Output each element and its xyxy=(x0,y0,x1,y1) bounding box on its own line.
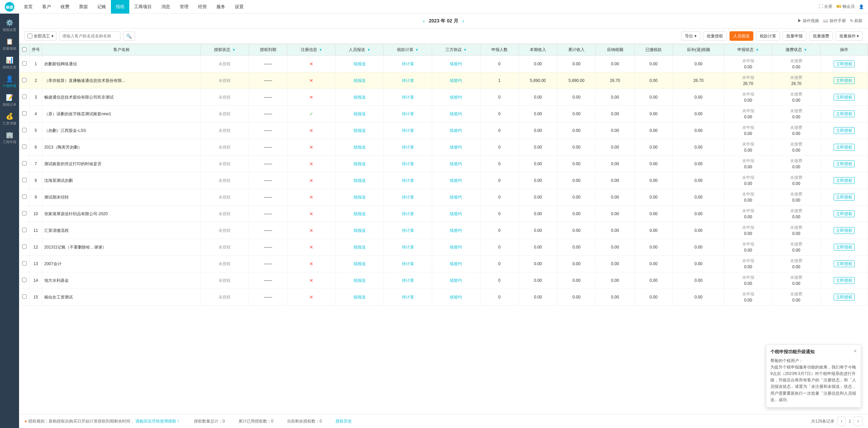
nav-service[interactable]: 服务 xyxy=(212,0,230,14)
operation-manual-btn[interactable]: 📖 操作手册 xyxy=(823,18,846,24)
tax-calc-link[interactable]: 待计算 xyxy=(402,278,414,283)
row-checkbox[interactable] xyxy=(22,111,27,116)
nav-bookkeeping[interactable]: 记账 xyxy=(93,0,111,14)
person-report-link[interactable]: 续报送 xyxy=(354,95,366,100)
three-party-link[interactable]: 续签约 xyxy=(450,128,462,133)
immediate-auth-btn[interactable]: 立即授权 xyxy=(834,227,855,234)
immediate-auth-btn[interactable]: 立即授权 xyxy=(834,294,855,301)
immediate-auth-btn[interactable]: 立即授权 xyxy=(834,244,855,251)
three-party-link[interactable]: 续签约 xyxy=(450,112,462,116)
row-checkbox[interactable] xyxy=(22,294,27,299)
bulk-ops-btn[interactable]: 批量操作 ▾ xyxy=(836,31,863,41)
row-checkbox[interactable] xyxy=(22,211,27,216)
prev-page-btn[interactable]: ‹ xyxy=(837,416,846,426)
three-party-link[interactable]: 续签约 xyxy=(450,261,462,266)
sidebar-item-tax-records[interactable]: 📝 报税记录 xyxy=(0,91,19,110)
nav-home[interactable]: 首页 xyxy=(19,0,37,14)
tax-calc-link[interactable]: 待计算 xyxy=(402,62,414,66)
nav-billing[interactable]: 收费 xyxy=(56,0,74,14)
auth-rule-link[interactable]: 请购买后尽快使用授权！ xyxy=(135,419,180,424)
tax-calc-link[interactable]: 待计算 xyxy=(402,112,414,116)
prev-period-btn[interactable]: ‹ xyxy=(419,18,429,24)
sidebar-item-annual-report[interactable]: 🏢 工商年报 xyxy=(0,129,19,147)
nav-settings[interactable]: 设置 xyxy=(230,0,248,14)
person-report-link[interactable]: 续报送 xyxy=(354,112,366,116)
row-checkbox[interactable] xyxy=(22,128,27,132)
nav-message[interactable]: 消息 xyxy=(157,0,175,14)
three-party-link[interactable]: 续签约 xyxy=(450,211,462,216)
three-party-link[interactable]: 续签约 xyxy=(450,278,462,283)
three-party-link[interactable]: 续签约 xyxy=(450,145,462,150)
person-report-btn[interactable]: 人员报送 xyxy=(730,31,753,41)
immediate-auth-btn[interactable]: 立即授权 xyxy=(834,94,855,101)
refresh-btn[interactable]: ↻ 刷新 xyxy=(850,18,863,24)
bulk-report-btn[interactable]: 批量申报 xyxy=(783,31,806,41)
person-report-link[interactable]: 续报送 xyxy=(354,295,366,299)
row-checkbox[interactable] xyxy=(22,178,27,182)
row-checkbox[interactable] xyxy=(22,61,27,66)
three-party-link[interactable]: 续签约 xyxy=(450,228,462,233)
nav-customer[interactable]: 客户 xyxy=(37,0,56,14)
employee-filter-checkbox[interactable] xyxy=(28,34,32,38)
person-report-link[interactable]: 续报送 xyxy=(354,161,366,166)
three-party-link[interactable]: 续签约 xyxy=(450,295,462,299)
nav-tax[interactable]: 报税 xyxy=(111,0,129,14)
three-party-link[interactable]: 续签约 xyxy=(450,62,462,66)
sidebar-item-tax-settings[interactable]: ⚙️ 报税设置 xyxy=(0,16,19,35)
bulk-auth-btn[interactable]: 批量授权 xyxy=(703,31,727,41)
person-report-link[interactable]: 续报送 xyxy=(354,245,366,250)
row-checkbox[interactable] xyxy=(22,228,27,232)
search-button[interactable]: 🔍 xyxy=(123,31,135,41)
employee-filter[interactable]: 全部员工 ▾ xyxy=(24,31,56,41)
history-link[interactable]: 授权历史 xyxy=(335,418,352,424)
next-page-btn[interactable]: › xyxy=(854,416,863,426)
search-input[interactable] xyxy=(59,31,120,41)
tax-calc-btn[interactable]: 税款计算 xyxy=(756,31,780,41)
immediate-auth-btn[interactable]: 立即授权 xyxy=(834,77,855,84)
immediate-auth-btn[interactable]: 立即授权 xyxy=(834,194,855,201)
tax-calc-link[interactable]: 待计算 xyxy=(402,161,414,166)
tax-calc-link[interactable]: 待计算 xyxy=(402,261,414,266)
member-btn[interactable]: 🎫 畅会员 xyxy=(836,4,855,10)
row-checkbox[interactable] xyxy=(22,95,27,99)
tax-calc-link[interactable]: 待计算 xyxy=(402,245,414,250)
person-report-link[interactable]: 续报送 xyxy=(354,62,366,66)
tax-calc-link[interactable]: 待计算 xyxy=(402,145,414,150)
row-checkbox[interactable] xyxy=(22,261,27,266)
immediate-auth-btn[interactable]: 立即授权 xyxy=(834,260,855,267)
next-period-btn[interactable]: › xyxy=(458,18,468,24)
notice-close-btn[interactable]: × xyxy=(854,348,857,354)
sidebar-item-tax-overview[interactable]: 📊 报税总览 xyxy=(0,54,19,72)
user-icon[interactable]: 👤 xyxy=(859,4,864,9)
row-checkbox[interactable] xyxy=(22,78,27,82)
person-report-link[interactable]: 续报送 xyxy=(354,128,366,133)
immediate-auth-btn[interactable]: 立即授权 xyxy=(834,277,855,284)
immediate-auth-btn[interactable]: 立即授权 xyxy=(834,177,855,184)
nav-invoice[interactable]: 票据 xyxy=(74,0,93,14)
person-report-link[interactable]: 续报送 xyxy=(354,195,366,200)
row-checkbox[interactable] xyxy=(22,161,27,166)
tax-calc-link[interactable]: 待计算 xyxy=(402,78,414,83)
person-report-link[interactable]: 续报送 xyxy=(354,261,366,266)
tax-calc-link[interactable]: 待计算 xyxy=(402,195,414,200)
three-party-link[interactable]: 续签约 xyxy=(450,178,462,183)
tax-calc-link[interactable]: 待计算 xyxy=(402,211,414,216)
three-party-link[interactable]: 续签约 xyxy=(450,245,462,250)
immediate-auth-btn[interactable]: 立即授权 xyxy=(834,61,855,67)
immediate-auth-btn[interactable]: 立即授权 xyxy=(834,210,855,217)
sidebar-item-bulk-tax[interactable]: 📋 批量报税 xyxy=(0,35,19,54)
three-party-link[interactable]: 续签约 xyxy=(450,195,462,200)
three-party-link[interactable]: 续签约 xyxy=(450,95,462,100)
fullscreen-btn[interactable]: ⛶ 全屏 xyxy=(819,4,832,10)
immediate-auth-btn[interactable]: 立即授权 xyxy=(834,144,855,151)
nav-business[interactable]: 工商项目 xyxy=(129,0,157,14)
tax-calc-link[interactable]: 待计算 xyxy=(402,228,414,233)
row-checkbox[interactable] xyxy=(22,244,27,249)
row-checkbox[interactable] xyxy=(22,278,27,282)
select-all-checkbox[interactable] xyxy=(22,47,27,52)
nav-manage[interactable]: 管理 xyxy=(175,0,193,14)
app-logo[interactable]: 畅捷 xyxy=(4,1,15,12)
person-report-link[interactable]: 续报送 xyxy=(354,228,366,233)
person-report-link[interactable]: 续报送 xyxy=(354,178,366,183)
three-party-link[interactable]: 续签约 xyxy=(450,78,462,83)
